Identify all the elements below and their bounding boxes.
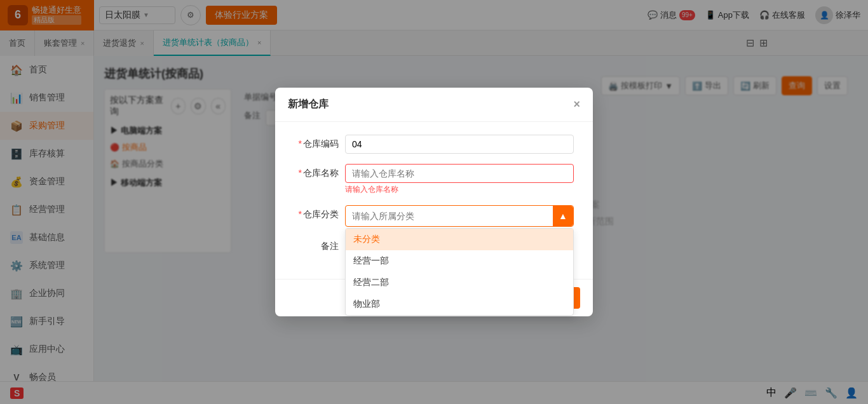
modal-overlay[interactable]: 新增仓库 × 仓库编码 仓库名称 请输入仓库名称 仓库分类 — [0, 0, 868, 404]
dialog-body: 仓库编码 仓库名称 请输入仓库名称 仓库分类 ▲ — [275, 122, 593, 279]
note-label: 备注 — [294, 237, 345, 252]
dialog-header: 新增仓库 × — [275, 88, 593, 122]
category-option-dept1[interactable]: 经营一部 — [346, 250, 573, 272]
form-row-category: 仓库分类 ▲ 未分类 经营一部 经营二部 物业部 — [294, 205, 574, 227]
code-input[interactable] — [345, 135, 574, 154]
form-row-code: 仓库编码 — [294, 135, 574, 154]
new-warehouse-dialog: 新增仓库 × 仓库编码 仓库名称 请输入仓库名称 仓库分类 — [275, 88, 593, 316]
category-label: 仓库分类 — [294, 205, 345, 220]
category-input[interactable] — [346, 207, 553, 225]
category-dropdown: 未分类 经营一部 经营二部 物业部 — [345, 228, 574, 316]
category-option-property[interactable]: 物业部 — [346, 293, 573, 315]
name-input[interactable] — [345, 164, 574, 183]
name-label: 仓库名称 — [294, 164, 345, 179]
name-control: 请输入仓库名称 — [345, 164, 574, 195]
category-control: ▲ 未分类 经营一部 经营二部 物业部 — [345, 205, 574, 227]
category-toggle-button[interactable]: ▲ — [553, 206, 573, 226]
dialog-close-button[interactable]: × — [573, 98, 580, 111]
category-input-row: ▲ — [345, 205, 574, 227]
code-control — [345, 135, 574, 154]
form-row-name: 仓库名称 请输入仓库名称 — [294, 164, 574, 195]
code-label: 仓库编码 — [294, 135, 345, 150]
name-error-msg: 请输入仓库名称 — [345, 184, 574, 195]
category-option-dept2[interactable]: 经营二部 — [346, 272, 573, 293]
dialog-title: 新增仓库 — [288, 98, 329, 111]
category-option-uncategorized[interactable]: 未分类 — [346, 229, 573, 250]
